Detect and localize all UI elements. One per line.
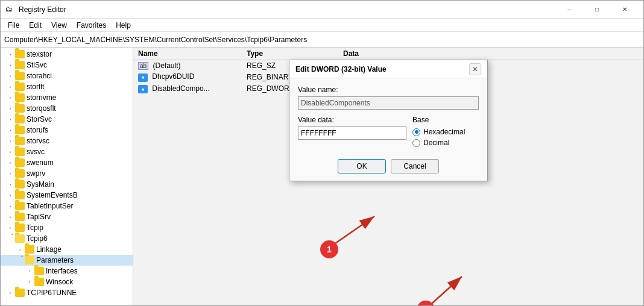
tree-item-linkage[interactable]: › Linkage xyxy=(1,244,133,255)
maximize-button[interactable]: □ xyxy=(583,1,611,19)
tree-label: Tcpip6 xyxy=(27,234,48,243)
address-bar: Computer\HKEY_LOCAL_MACHINE\SYSTEM\Curre… xyxy=(1,32,643,48)
folder-icon xyxy=(15,234,25,243)
folder-icon xyxy=(15,83,25,91)
folder-icon xyxy=(15,126,25,134)
menu-favorites[interactable]: Favorites xyxy=(72,20,111,31)
radio-decimal[interactable]: Decimal xyxy=(412,139,479,147)
cancel-button[interactable]: Cancel xyxy=(391,159,439,173)
modal-overlay: Edit DWORD (32-bit) Value ✕ Value name: … xyxy=(133,48,643,305)
tree-item-swenum[interactable]: › swenum xyxy=(1,157,133,168)
tree-label: storahci xyxy=(27,72,52,80)
tree-item-tcpip6tunne[interactable]: › TCPIP6TUNNE xyxy=(1,287,133,298)
chevron-icon: › xyxy=(5,82,15,92)
value-data-label: Value data: xyxy=(298,116,406,124)
tree-label: SysMain xyxy=(27,180,54,189)
dialog-close-button[interactable]: ✕ xyxy=(469,63,481,75)
chevron-icon: › xyxy=(5,125,15,135)
tree-item-storvsc[interactable]: › storvsc xyxy=(1,136,133,146)
close-button[interactable]: ✕ xyxy=(611,1,639,19)
tree-item-sysmain[interactable]: › SysMain xyxy=(1,179,133,190)
chevron-icon: › xyxy=(5,169,15,178)
chevron-icon: › xyxy=(5,136,15,146)
edit-dword-dialog: Edit DWORD (32-bit) Value ✕ Value name: … xyxy=(289,60,488,181)
window-title: Registry Editor xyxy=(19,5,555,14)
tree-item-storflt[interactable]: › storflt xyxy=(1,81,133,92)
ok-button[interactable]: OK xyxy=(338,159,386,173)
tree-item-swprv[interactable]: › swprv xyxy=(1,168,133,179)
tree-label: Interfaces xyxy=(46,267,78,275)
folder-icon xyxy=(15,104,25,113)
base-label: Base xyxy=(412,116,479,124)
tree-label: SystemEventsB xyxy=(27,191,78,199)
annotation-1: 1 xyxy=(320,240,338,258)
radio-circle-hex xyxy=(412,128,420,136)
tree-label: svsvc xyxy=(27,148,45,156)
tree-label: Parameters xyxy=(36,256,74,264)
folder-icon xyxy=(15,180,25,189)
menu-file[interactable]: File xyxy=(3,20,24,31)
menu-help[interactable]: Help xyxy=(111,20,136,31)
tree-label: StorSvc xyxy=(27,115,52,123)
chevron-icon: › xyxy=(5,158,15,167)
folder-icon xyxy=(15,115,25,123)
chevron-icon: › xyxy=(5,49,15,59)
menu-bar: File Edit View Favorites Help xyxy=(1,19,643,32)
tree-item-storahci[interactable]: › storahci xyxy=(1,70,133,81)
folder-icon xyxy=(15,289,25,297)
tree-label: TapiSrv xyxy=(27,213,51,221)
folder-icon xyxy=(15,223,25,232)
tree-label: Tcpip xyxy=(27,223,43,232)
value-name-input[interactable] xyxy=(298,96,479,110)
folder-icon xyxy=(34,278,44,286)
chevron-icon: › xyxy=(5,71,15,81)
chevron-icon: › xyxy=(5,93,15,102)
value-data-section: Value data: xyxy=(298,116,406,140)
chevron-icon: › xyxy=(5,288,15,298)
tree-item-systemevents[interactable]: › SystemEventsB xyxy=(1,190,133,201)
tree-label: TCPIP6TUNNE xyxy=(27,289,77,297)
chevron-icon: › xyxy=(5,104,15,113)
value-data-input[interactable] xyxy=(298,126,406,140)
tree-item-storqosflt[interactable]: › storqosflt xyxy=(1,103,133,114)
tree-pane[interactable]: › stexstor › StiSvc › storahci › storflt… xyxy=(1,48,133,305)
tree-item-interfaces[interactable]: › Interfaces xyxy=(1,266,133,276)
tree-item-tabletinput[interactable]: › TabletInputSer xyxy=(1,201,133,211)
chevron-icon: › xyxy=(15,245,25,254)
radio-hexadecimal[interactable]: Hexadecimal xyxy=(412,128,479,136)
tree-label: Linkage xyxy=(36,245,62,254)
chevron-down-icon: › xyxy=(5,234,15,243)
radio-group: Hexadecimal Decimal xyxy=(412,128,479,147)
tree-label: StiSvc xyxy=(27,61,47,69)
folder-icon xyxy=(15,169,25,178)
dialog-body: Value name: Value data: Base xyxy=(289,78,487,154)
base-section: Base Hexadecimal Decimal xyxy=(412,116,479,147)
tree-label: storufs xyxy=(27,126,48,134)
folder-icon xyxy=(15,50,25,58)
registry-editor-window: 🗂 Registry Editor – □ ✕ File Edit View F… xyxy=(0,0,644,306)
window-controls: – □ ✕ xyxy=(555,1,639,19)
tree-label: TabletInputSer xyxy=(27,202,73,210)
tree-item-storufs[interactable]: › storufs xyxy=(1,125,133,136)
chevron-icon: › xyxy=(5,60,15,70)
tree-item-parameters[interactable]: › Parameters xyxy=(1,255,133,266)
minimize-button[interactable]: – xyxy=(555,1,583,19)
menu-edit[interactable]: Edit xyxy=(24,20,46,31)
tree-item-tcpip[interactable]: › Tcpip xyxy=(1,222,133,233)
tree-item-svsvc[interactable]: › svsvc xyxy=(1,146,133,157)
chevron-icon: › xyxy=(5,114,15,124)
tree-label: Winsock xyxy=(46,278,73,286)
tree-label: swprv xyxy=(27,169,45,178)
chevron-icon: › xyxy=(5,223,15,233)
tree-item-tapisrv[interactable]: › TapiSrv xyxy=(1,211,133,222)
tree-item-stexstor[interactable]: › stexstor xyxy=(1,49,133,60)
folder-icon xyxy=(15,158,25,167)
tree-item-stisvc[interactable]: › StiSvc xyxy=(1,60,133,70)
tree-item-storsvc[interactable]: › StorSvc xyxy=(1,114,133,125)
tree-item-stornvme[interactable]: › stornvme xyxy=(1,92,133,103)
tree-item-winsock[interactable]: › Winsock xyxy=(1,276,133,287)
tree-item-tcpip6[interactable]: › Tcpip6 xyxy=(1,233,133,244)
tree-label: stornvme xyxy=(27,93,56,102)
app-icon: 🗂 xyxy=(5,5,15,14)
menu-view[interactable]: View xyxy=(46,20,72,31)
